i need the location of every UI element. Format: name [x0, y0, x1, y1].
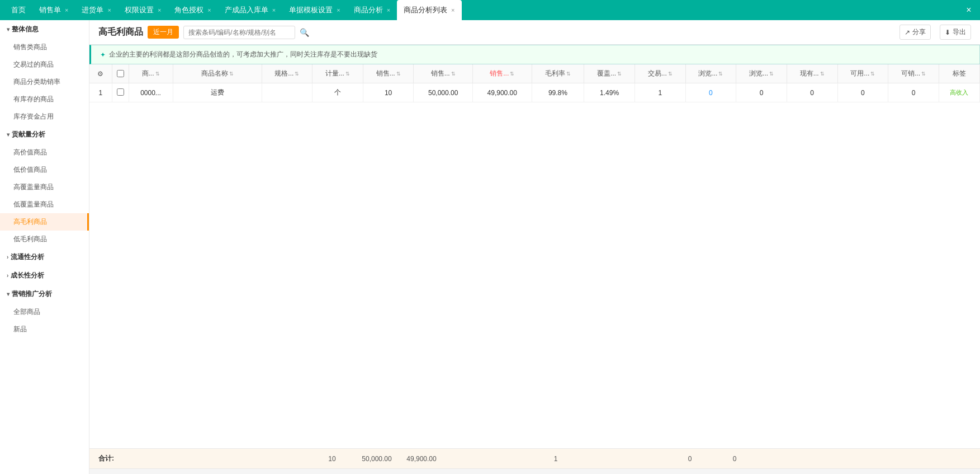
- search-button[interactable]: 🔍: [300, 28, 309, 37]
- sidebar-item-low-coverage[interactable]: 低覆盖量商品: [0, 196, 89, 213]
- group-arrow-marketing: ▾: [7, 291, 10, 297]
- nav-sales-order[interactable]: 销售单 ×: [32, 0, 75, 20]
- nav-close-sales[interactable]: ×: [65, 7, 68, 13]
- content-header: 高毛利商品 近一月 🔍 ↗ 分享 ⬇ 导出: [89, 20, 980, 45]
- sidebar-item-low-margin[interactable]: 低毛利商品: [0, 231, 89, 248]
- th-browse2: 浏览...⇅: [736, 64, 787, 83]
- th-unit: 计量...⇅: [313, 64, 363, 83]
- cell-sales-amount: 50,000.00: [414, 83, 473, 102]
- footer-trade: 1: [533, 455, 578, 463]
- sidebar-item-high-coverage[interactable]: 高覆盖量商品: [0, 179, 89, 196]
- cell-checkbox[interactable]: [112, 83, 129, 102]
- nav-home[interactable]: 首页: [4, 0, 32, 20]
- nav-close-inbound[interactable]: ×: [272, 7, 276, 13]
- th-settings[interactable]: ⚙: [89, 64, 112, 83]
- nav-close-purchase[interactable]: ×: [107, 7, 111, 13]
- th-sellable: 可销...⇅: [888, 64, 939, 83]
- cell-coverage: 1.49%: [584, 83, 635, 102]
- cell-unit: 个: [313, 83, 363, 102]
- th-sales-amount: 销售...⇅: [414, 64, 473, 83]
- footer-sales-amount: 50,000.00: [354, 455, 399, 463]
- horizontal-scrollbar[interactable]: [89, 468, 980, 474]
- sidebar-item-high-margin[interactable]: 高毛利商品: [0, 213, 89, 231]
- cell-name: 运费: [173, 83, 262, 102]
- footer-sales-qty: 10: [310, 455, 354, 463]
- th-available: 可用...⇅: [837, 64, 888, 83]
- table-container: ⚙ 商...⇅ 商品名称⇅ 规格...⇅: [89, 64, 980, 448]
- sidebar-group-growth[interactable]: › 成长性分析: [0, 266, 89, 285]
- cell-available: 0: [837, 83, 888, 102]
- main-container: « ▾ 整体信息 销售类商品 交易过的商品 商品分类助销率 有库存的商品 库存资…: [0, 20, 980, 474]
- data-table: ⚙ 商...⇅ 商品名称⇅ 规格...⇅: [89, 64, 980, 102]
- cell-tag: 高收入: [939, 83, 979, 102]
- sidebar-item-stock-capital[interactable]: 库存资金占用: [0, 108, 89, 125]
- th-tag: 标签: [939, 64, 979, 83]
- share-icon: ↗: [905, 29, 910, 36]
- alert-bar: ✦ 企业的主要的利润都是这部分商品创造的，可考虑加大推广，同时关注库存是不要出现…: [89, 45, 980, 64]
- th-browse1: 浏览...⇅: [685, 64, 736, 83]
- group-arrow-contribution: ▾: [7, 132, 10, 138]
- th-trade: 交易...⇅: [635, 64, 685, 83]
- nav-close-template[interactable]: ×: [337, 7, 340, 13]
- th-code: 商...⇅: [129, 64, 173, 83]
- page-title: 高毛利商品: [98, 26, 143, 38]
- table-row: 1 0000... 运费 个 10 50,000.00 49,900.00 99…: [89, 83, 980, 102]
- sidebar-item-in-stock-goods[interactable]: 有库存的商品: [0, 91, 89, 108]
- sidebar-item-high-value[interactable]: 高价值商品: [0, 144, 89, 161]
- sidebar-item-new-goods[interactable]: 新品: [0, 321, 89, 338]
- nav-permission-settings[interactable]: 权限设置 ×: [118, 0, 168, 20]
- nav-purchase-order[interactable]: 进货单 ×: [75, 0, 117, 20]
- top-navigation: 首页 销售单 × 进货单 × 权限设置 × 角色授权 × 产成品入库单 × 单据…: [0, 0, 980, 20]
- nav-product-inbound[interactable]: 产成品入库单 ×: [218, 0, 282, 20]
- th-name: 商品名称⇅: [173, 64, 262, 83]
- cell-sellable: 0: [888, 83, 939, 102]
- footer-totals-bar: 合计: 10 50,000.00 49,900.00 1 0 0: [89, 448, 980, 468]
- search-input[interactable]: [183, 26, 295, 39]
- sidebar: « ▾ 整体信息 销售类商品 交易过的商品 商品分类助销率 有库存的商品 库存资…: [0, 20, 89, 474]
- cell-current-stock: 0: [787, 83, 837, 102]
- nav-goods-analysis[interactable]: 商品分析 ×: [347, 0, 397, 20]
- th-checkbox[interactable]: [112, 64, 129, 83]
- th-current-stock: 现有...⇅: [787, 64, 837, 83]
- sidebar-group-marketing[interactable]: ▾ 营销推广分析: [0, 285, 89, 303]
- export-icon: ⬇: [945, 29, 950, 36]
- cell-browse1[interactable]: 0: [685, 83, 736, 102]
- row-checkbox[interactable]: [117, 88, 124, 96]
- sidebar-item-sales-goods[interactable]: 销售类商品: [0, 39, 89, 56]
- cell-browse2: 0: [736, 83, 787, 102]
- select-all-checkbox[interactable]: [117, 70, 124, 77]
- th-spec: 规格...⇅: [262, 64, 313, 83]
- sidebar-group-contribution[interactable]: ▾ 贡献量分析: [0, 125, 89, 144]
- cell-spec: [262, 83, 313, 102]
- sidebar-collapse-button[interactable]: «: [89, 236, 89, 259]
- nav-template-settings[interactable]: 单据模板设置 ×: [282, 0, 347, 20]
- th-coverage: 覆盖...⇅: [584, 64, 635, 83]
- sidebar-group-overall[interactable]: ▾ 整体信息: [0, 20, 89, 39]
- share-button[interactable]: ↗ 分享: [899, 25, 931, 40]
- cell-code: 0000...: [129, 83, 173, 102]
- content-area: 高毛利商品 近一月 🔍 ↗ 分享 ⬇ 导出 ✦ 企业的主要的利润都是这部分商品创…: [89, 20, 980, 474]
- sidebar-item-category-rate[interactable]: 商品分类助销率: [0, 73, 89, 91]
- footer-available: 0: [712, 455, 757, 463]
- sidebar-item-low-value[interactable]: 低价值商品: [0, 161, 89, 179]
- nav-close-analysis-list[interactable]: ×: [451, 7, 455, 13]
- sidebar-item-all-goods[interactable]: 全部商品: [0, 303, 89, 321]
- nav-close-permission[interactable]: ×: [158, 7, 161, 13]
- cell-trade: 1: [635, 83, 685, 102]
- sidebar-item-traded-goods[interactable]: 交易过的商品: [0, 56, 89, 73]
- window-close-button[interactable]: ×: [962, 3, 976, 17]
- nav-close-role[interactable]: ×: [207, 7, 211, 13]
- th-sales-qty: 销售...⇅: [363, 64, 414, 83]
- nav-role-auth[interactable]: 角色授权 ×: [168, 0, 217, 20]
- sidebar-group-liquidity[interactable]: › 流通性分析: [0, 248, 89, 266]
- th-gross-margin: 毛利率⇅: [532, 64, 584, 83]
- alert-icon: ✦: [100, 51, 106, 59]
- cell-gross-margin: 99.8%: [532, 83, 584, 102]
- group-arrow-liquidity: ›: [7, 254, 8, 260]
- cell-index: 1: [89, 83, 112, 102]
- group-arrow-overall: ▾: [7, 26, 10, 32]
- filter-button[interactable]: 近一月: [148, 26, 179, 39]
- nav-close-analysis[interactable]: ×: [387, 7, 390, 13]
- nav-goods-analysis-list[interactable]: 商品分析列表 ×: [397, 0, 461, 20]
- export-button[interactable]: ⬇ 导出: [940, 25, 971, 40]
